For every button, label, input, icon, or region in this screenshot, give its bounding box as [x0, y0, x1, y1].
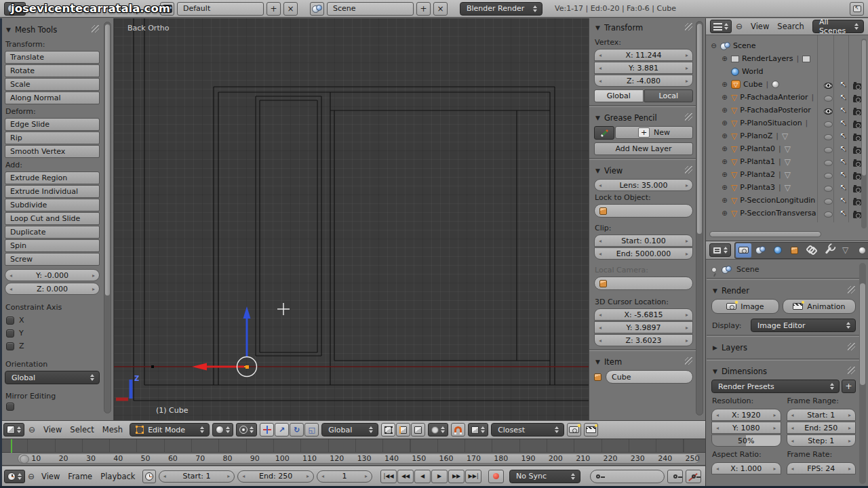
visibility-eye-icon[interactable]	[824, 171, 833, 180]
tool-button-rip[interactable]: Rip	[5, 131, 100, 144]
snap-toggle-button[interactable]	[451, 423, 465, 436]
selectability-cursor-icon[interactable]: ↖	[840, 157, 846, 166]
current-frame-field[interactable]: 1	[317, 470, 372, 483]
tool-button-rotate[interactable]: Rotate	[5, 64, 100, 77]
tab-material[interactable]	[854, 243, 868, 258]
edge-select-mode-button[interactable]	[396, 423, 410, 436]
renderability-camera-icon[interactable]	[853, 146, 861, 155]
transform-panel-header[interactable]: ▼ Transform	[594, 20, 693, 36]
clip-start-field[interactable]: Start: 0.100	[594, 235, 693, 247]
viewport-menu-view[interactable]: View	[39, 425, 66, 434]
jump-to-start-button[interactable]: |◀◀	[380, 470, 397, 483]
display-filter-select[interactable]: All Scenes	[812, 20, 864, 33]
render-panel-header[interactable]: ▼ Render	[711, 283, 856, 299]
vertex-x-field[interactable]: X: 11.244	[594, 49, 693, 61]
delete-scene-button[interactable]: ×	[433, 2, 448, 16]
mode-select[interactable]: Edit Mode	[130, 423, 210, 436]
renderability-camera-icon[interactable]	[853, 159, 861, 167]
vertex-point[interactable]	[151, 365, 154, 368]
tool-button-screw[interactable]: Screw	[5, 253, 100, 266]
view-panel-header[interactable]: ▼ View	[594, 163, 693, 179]
collapse-menus-icon[interactable]: ⊖	[28, 472, 35, 481]
outliner-row-world[interactable]: World	[706, 65, 868, 78]
tab-modifiers[interactable]	[821, 243, 836, 258]
selectability-cursor-icon[interactable]: ↖	[840, 144, 846, 153]
play-button[interactable]: ▶	[431, 470, 448, 483]
frame-step-field[interactable]: Step: 1	[787, 434, 856, 447]
cursor-z-field[interactable]: Z: 3.6023	[594, 334, 693, 346]
tool-button-loop-cut-and-slide[interactable]: Loop Cut and Slide	[5, 212, 100, 225]
face-select-mode-button[interactable]	[411, 423, 425, 436]
outliner-row-p-fachadaanterior[interactable]: ⊕▽P-FachadaAnterior|↖	[706, 91, 868, 104]
outliner-row-renderlayers[interactable]: ⊕RenderLayers|	[706, 52, 868, 65]
opengl-render-animation-button[interactable]	[584, 423, 598, 436]
grease-draw-button[interactable]	[594, 126, 614, 140]
layers-panel-header[interactable]: ▶ Layers	[711, 340, 856, 356]
use-preview-range-toggle[interactable]	[142, 470, 156, 483]
pin-icon[interactable]	[711, 267, 717, 272]
x-axis-arrow-icon[interactable]	[192, 363, 207, 371]
resolution-y-field[interactable]: Y: 1080	[711, 422, 781, 434]
render-image-button[interactable]: Image	[711, 299, 779, 314]
expand-icon[interactable]: ⊕	[721, 81, 728, 88]
delete-keyframe-button[interactable]	[686, 470, 701, 483]
properties-scrollbar[interactable]	[859, 263, 866, 484]
expand-icon[interactable]: ⊕	[721, 55, 728, 62]
timeline-menu-frame[interactable]: Frame	[64, 472, 96, 481]
expand-icon[interactable]: ⊕	[721, 94, 728, 101]
active-keying-set-field[interactable]	[590, 470, 665, 483]
resolution-x-field[interactable]: X: 1920	[711, 409, 781, 421]
outliner-row-p-planta1[interactable]: ⊕▽P-Planta1|▽↖	[706, 155, 868, 168]
jump-to-end-button[interactable]: ▶▶|	[465, 470, 481, 483]
npanel-scrollbar[interactable]	[696, 21, 703, 415]
viewport-shading-select[interactable]	[212, 423, 233, 436]
object-name-field[interactable]: Cube	[606, 370, 693, 384]
visibility-eye-icon[interactable]	[824, 106, 833, 115]
collapse-icon[interactable]: ⊖	[710, 42, 717, 49]
screen-layout-select[interactable]: Default	[177, 2, 264, 16]
insert-keyframe-button[interactable]	[667, 470, 683, 483]
outliner-row-p-seccionlongitudin[interactable]: ⊕▽P-SeccionLongitudin↖	[706, 194, 868, 207]
vertex-y-field[interactable]: Y: 3.881	[594, 62, 693, 74]
expand-icon[interactable]: ⊕	[721, 197, 728, 204]
axis-x-checkbox[interactable]	[6, 317, 14, 325]
outliner-row-p-fachadaposterior[interactable]: ⊕▽P-FachadaPosterior↖	[706, 104, 868, 117]
outliner-row-p-secciontransversa[interactable]: ⊕▽P-SeccionTransversa↖	[706, 207, 868, 220]
selectability-cursor-icon[interactable]: ↖	[840, 131, 846, 140]
manipulator-center[interactable]	[245, 365, 249, 369]
opengl-render-image-button[interactable]	[567, 423, 581, 436]
outliner-menu-search[interactable]: Search	[773, 22, 808, 31]
z-axis-arrow-icon[interactable]	[243, 306, 251, 319]
add-preset-button[interactable]: +	[842, 380, 856, 393]
renderability-camera-icon[interactable]	[853, 171, 861, 180]
timeline-ruler[interactable]: 1020304050607080901001101201301401501601…	[0, 453, 705, 466]
outliner-menu-view[interactable]: View	[747, 22, 773, 31]
outliner-vertical-scrollbar[interactable]	[861, 39, 867, 228]
axis-z-checkbox[interactable]	[6, 342, 14, 350]
mesh-tools-panel-header[interactable]: ▼ Mesh Tools	[5, 22, 100, 38]
close-layout-button[interactable]: ×	[283, 2, 298, 16]
local-button[interactable]: Local	[644, 89, 694, 102]
cursor-y-field[interactable]: Y: 3.9897	[594, 321, 693, 333]
3d-viewport[interactable]: Z Back Ortho (1) Cube	[114, 18, 589, 420]
editor-type-button-3dview[interactable]	[3, 423, 24, 436]
vertex-select-mode-button[interactable]	[381, 423, 395, 436]
expand-icon[interactable]: ⊕	[721, 106, 728, 114]
selectability-cursor-icon[interactable]: ↖	[840, 118, 846, 127]
expand-icon[interactable]: ⊕	[721, 209, 728, 217]
outliner-row-cube[interactable]: ⊕▽Cube|↖	[706, 78, 868, 91]
expand-icon[interactable]: ⊕	[721, 184, 728, 191]
scene-select[interactable]: Scene	[327, 2, 414, 16]
cursor-x-field[interactable]: X: -5.6815	[594, 308, 693, 321]
visibility-eye-icon[interactable]	[824, 158, 833, 167]
scrollbar-thumb[interactable]	[105, 24, 110, 296]
selectability-cursor-icon[interactable]: ↖	[840, 195, 846, 205]
jump-to-prev-keyframe-button[interactable]: ◀◀	[397, 470, 414, 483]
play-reverse-button[interactable]: ◀	[414, 470, 431, 483]
global-button[interactable]: Global	[594, 89, 644, 102]
orientation-select[interactable]: Global	[5, 371, 100, 384]
collapse-menus-icon[interactable]: ⊖	[27, 425, 37, 434]
timeline-menu-view[interactable]: View	[37, 472, 64, 481]
selectability-cursor-icon[interactable]: ↖	[840, 92, 846, 102]
auto-keyframe-record-button[interactable]	[488, 470, 504, 483]
